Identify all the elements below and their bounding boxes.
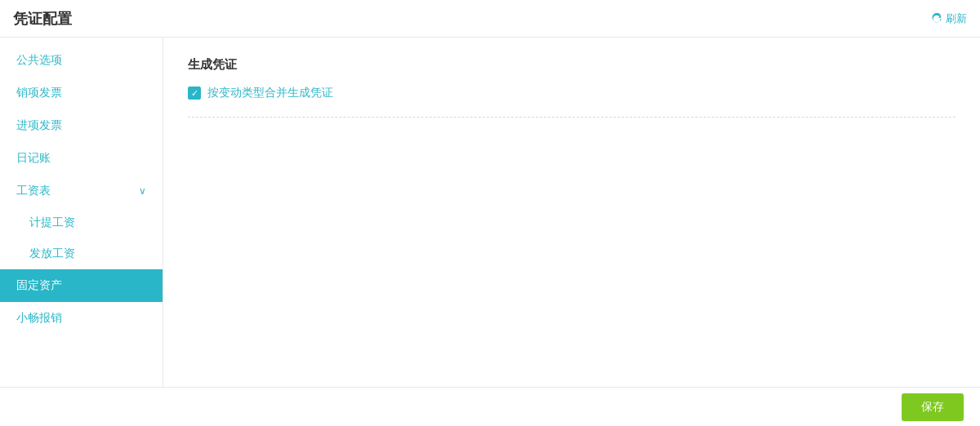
sidebar-item-petty-expense[interactable]: 小畅报销 <box>0 302 163 335</box>
sidebar-item-public-options[interactable]: 公共选项 <box>0 44 163 77</box>
sidebar-item-label: 计提工资 <box>29 215 75 229</box>
sidebar-item-fixed-assets[interactable]: 固定资产 <box>0 269 163 302</box>
sidebar-item-journal[interactable]: 日记账 <box>0 142 163 175</box>
sidebar-item-label: 公共选项 <box>16 53 62 68</box>
sidebar-item-label: 进项发票 <box>16 118 62 133</box>
sidebar-item-label: 小畅报销 <box>16 311 62 326</box>
main-content-area: 生成凭证 按变动类型合并生成凭证 <box>163 38 980 387</box>
sidebar-item-sales-invoice[interactable]: 销项发票 <box>0 77 163 109</box>
main-layout: 公共选项 销项发票 进项发票 日记账 工资表 ∨ 计提工资 发放工资 固定资产 … <box>0 38 980 387</box>
merge-voucher-option[interactable]: 按变动类型合并生成凭证 <box>188 86 956 100</box>
sidebar-item-label: 销项发票 <box>16 86 62 100</box>
refresh-button[interactable]: 刷新 <box>931 11 967 26</box>
section-title: 生成凭证 <box>188 57 956 73</box>
sidebar: 公共选项 销项发票 进项发票 日记账 工资表 ∨ 计提工资 发放工资 固定资产 … <box>0 38 163 387</box>
refresh-icon <box>931 13 942 24</box>
refresh-label: 刷新 <box>946 11 967 26</box>
page-header: 凭证配置 刷新 <box>0 0 980 38</box>
sidebar-item-issue-payroll[interactable]: 发放工资 <box>0 238 163 269</box>
sidebar-item-label: 发放工资 <box>29 246 75 260</box>
sidebar-item-label: 固定资产 <box>16 278 62 293</box>
save-button[interactable]: 保存 <box>902 393 964 421</box>
page-title: 凭证配置 <box>13 9 72 29</box>
section-divider <box>188 117 956 118</box>
sidebar-item-label: 工资表 <box>16 184 51 198</box>
page-footer: 保存 <box>0 387 980 426</box>
merge-voucher-label: 按变动类型合并生成凭证 <box>207 86 333 100</box>
merge-voucher-checkbox[interactable] <box>188 87 201 100</box>
chevron-down-icon: ∨ <box>139 185 146 197</box>
sidebar-item-calc-payroll[interactable]: 计提工资 <box>0 207 163 238</box>
sidebar-item-purchase-invoice[interactable]: 进项发票 <box>0 109 163 142</box>
sidebar-item-payroll-table[interactable]: 工资表 ∨ <box>0 175 163 207</box>
sidebar-item-label: 日记账 <box>16 151 51 166</box>
